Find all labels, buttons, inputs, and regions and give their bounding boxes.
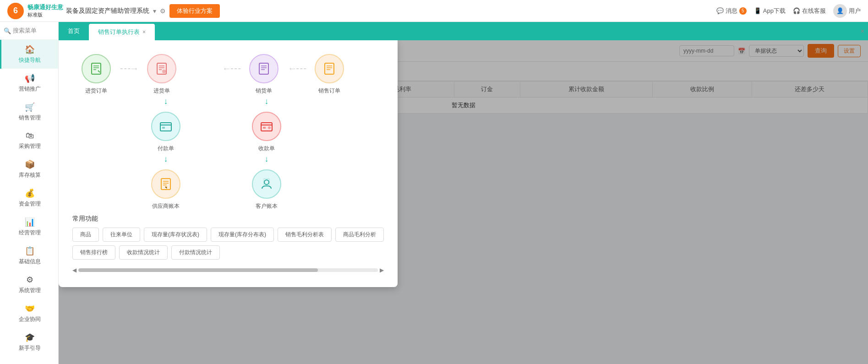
purchase-icon: 🛍 bbox=[26, 131, 34, 141]
sidebar-item-operations[interactable]: 📊 经营管理 bbox=[0, 212, 58, 241]
logo-icon: 6 bbox=[7, 3, 24, 19]
tab-close-icon[interactable]: × bbox=[142, 29, 146, 35]
finance-icon: 💰 bbox=[25, 188, 35, 198]
system-name: 装备及固定资产辅助管理系统 bbox=[66, 7, 149, 15]
sales-bill-node[interactable]: 销货单 bbox=[249, 54, 278, 95]
customer-ledger-label: 客户账本 bbox=[256, 202, 278, 210]
sidebar-search[interactable]: 🔍 搜索菜单 bbox=[0, 22, 58, 40]
svg-rect-24 bbox=[161, 179, 170, 190]
sidebar-item-quick-nav[interactable]: 🏠 快捷导航 bbox=[0, 40, 58, 69]
scrollbar-thumb bbox=[78, 268, 318, 272]
user-item[interactable]: 👤 用户 bbox=[833, 4, 861, 18]
flow-row-1: 进货订单 - - -→ bbox=[72, 54, 384, 95]
cf-btn-receipt-stats[interactable]: 收款情况统计 bbox=[119, 245, 168, 260]
down-arrow-customer: ↓ bbox=[265, 154, 269, 164]
payment-node[interactable]: ↓ 付款单 bbox=[151, 97, 180, 152]
cf-buttons-row2: 销售排行榜 收款情况统计 付款情况统计 bbox=[72, 245, 384, 260]
scroll-right-icon[interactable]: ▶ bbox=[380, 267, 384, 273]
cf-btn-goods[interactable]: 商品 bbox=[72, 228, 99, 242]
quick-nav-icon: 🏠 bbox=[25, 44, 35, 54]
purchase-bill-label: 进货单 bbox=[153, 87, 170, 95]
arrow-left-1: ←- - - bbox=[222, 63, 240, 74]
basic-icon: 📋 bbox=[25, 246, 35, 256]
system-icon: ⚙ bbox=[26, 275, 33, 285]
payment-label: 付款单 bbox=[158, 145, 174, 152]
supplier-ledger-node[interactable]: ↓ 供应商账本 bbox=[151, 154, 180, 210]
purchase-order-node[interactable]: 进货订单 bbox=[82, 54, 111, 95]
sidebar-item-inventory[interactable]: 📦 库存核算 bbox=[0, 155, 58, 184]
newbie-icon: 🎓 bbox=[25, 332, 35, 342]
sidebar-item-finance[interactable]: 💰 资金管理 bbox=[0, 184, 58, 212]
svg-rect-22 bbox=[263, 127, 266, 129]
sidebar-item-basic[interactable]: 📋 基础信息 bbox=[0, 241, 58, 270]
receipt-node[interactable]: ↓ 收款单 bbox=[252, 97, 281, 152]
purchase-bill-node[interactable]: 进货单 bbox=[147, 54, 176, 95]
sales-order-node[interactable]: 销售订单 bbox=[315, 54, 344, 95]
search-icon: 🔍 bbox=[4, 27, 11, 34]
down-arrow-supplier: ↓ bbox=[164, 154, 168, 164]
sidebar-item-sales[interactable]: 🛒 销售管理 bbox=[0, 98, 58, 126]
experience-btn[interactable]: 体验行业方案 bbox=[169, 4, 220, 18]
sidebar-item-purchase[interactable]: 🛍 采购管理 bbox=[0, 126, 58, 155]
receipt-label: 收款单 bbox=[258, 145, 275, 152]
sidebar-item-system[interactable]: ⚙ 系统管理 bbox=[0, 270, 58, 299]
cf-btn-partners[interactable]: 往来单位 bbox=[103, 228, 140, 242]
cf-btn-goods-profit-analysis[interactable]: 商品毛利分析 bbox=[335, 228, 384, 242]
sales-bill-circle[interactable] bbox=[249, 54, 278, 83]
svg-rect-19 bbox=[162, 127, 165, 129]
customer-service-item[interactable]: 🎧 在线客服 bbox=[793, 7, 826, 15]
tab-sales-order-exec[interactable]: 销售订单执行表 × bbox=[89, 24, 155, 40]
top-nav: 装备及固定资产辅助管理系统 ▾ ⚙ 体验行业方案 bbox=[66, 4, 716, 18]
message-badge: 5 bbox=[739, 7, 747, 15]
enterprise-icon: 🤝 bbox=[25, 304, 35, 314]
svg-rect-20 bbox=[261, 123, 272, 131]
sidebar-item-marketing[interactable]: 📢 营销推广 bbox=[0, 69, 58, 98]
marketing-icon: 📢 bbox=[25, 73, 35, 83]
receipt-circle[interactable] bbox=[252, 112, 281, 141]
cf-title: 常用功能 bbox=[72, 215, 384, 223]
content-area: 首页 销售订单执行表 × × ❓ 帮助 🖨 按 bbox=[59, 22, 868, 364]
sidebar: 🔍 搜索菜单 🏠 快捷导航 📢 营销推广 🛒 销售管理 🛍 采购管理 bbox=[0, 22, 59, 364]
payment-circle[interactable] bbox=[151, 112, 180, 141]
customer-ledger-circle[interactable] bbox=[252, 169, 281, 199]
headset-icon: 🎧 bbox=[793, 7, 800, 14]
cf-btn-current-stock-dist[interactable]: 现存量(库存分布表) bbox=[211, 228, 274, 242]
sidebar-item-enterprise[interactable]: 🤝 企业协同 bbox=[0, 299, 58, 328]
tab-bar: 首页 销售订单执行表 × × bbox=[59, 22, 868, 40]
overlay[interactable]: 进货订单 - - -→ bbox=[59, 40, 868, 364]
supplier-ledger-circle[interactable] bbox=[151, 169, 180, 199]
scrollbar-track[interactable] bbox=[78, 268, 378, 272]
quick-nav-modal: 进货订单 - - -→ bbox=[59, 40, 398, 287]
arrow-left-2: ←- - - bbox=[288, 63, 306, 74]
dropdown-icon[interactable]: ▾ bbox=[153, 7, 156, 15]
flow-diagram: 进货订单 - - -→ bbox=[72, 54, 384, 210]
cf-btn-sales-profit-analysis[interactable]: 销售毛利分析表 bbox=[278, 228, 332, 242]
cf-buttons-row1: 商品 往来单位 现存量(库存状况表) 现存量(库存分布表) 销售毛利分析表 商品… bbox=[72, 228, 384, 242]
search-inner[interactable]: 🔍 搜索菜单 bbox=[4, 27, 55, 35]
sales-order-circle[interactable] bbox=[315, 54, 344, 83]
purchase-order-label: 进货订单 bbox=[85, 87, 107, 95]
app-download-item[interactable]: 📱 App下载 bbox=[754, 7, 786, 15]
flow-row-3: ↓ 供应商账本 ↓ bbox=[72, 154, 384, 210]
purchase-bill-circle[interactable] bbox=[147, 54, 176, 83]
svg-rect-17 bbox=[160, 123, 171, 131]
tab-home[interactable]: 首页 bbox=[59, 22, 89, 40]
message-item[interactable]: 💬 消息 5 bbox=[716, 7, 747, 15]
message-icon: 💬 bbox=[716, 7, 724, 14]
svg-point-28 bbox=[264, 180, 269, 185]
sidebar-item-newbie[interactable]: 🎓 新手引导 bbox=[0, 328, 58, 357]
settings-icon[interactable]: ⚙ bbox=[160, 7, 166, 15]
svg-point-23 bbox=[268, 126, 271, 129]
modal-scrollbar: ◀ ▶ bbox=[72, 267, 384, 273]
tab-bar-close-btn[interactable]: × bbox=[861, 27, 864, 35]
cf-btn-payment-stats[interactable]: 付款情况统计 bbox=[171, 245, 220, 260]
logo-area: 6 畅康通好生意 标准版 bbox=[7, 3, 66, 19]
purchase-order-circle[interactable] bbox=[82, 54, 111, 83]
cf-btn-current-stock-status[interactable]: 现存量(库存状况表) bbox=[144, 228, 207, 242]
customer-ledger-node[interactable]: ↓ 客户账本 bbox=[252, 154, 281, 210]
cf-btn-sales-ranking[interactable]: 销售排行榜 bbox=[72, 245, 115, 260]
logo-text: 畅康通好生意 标准版 bbox=[27, 4, 63, 18]
scroll-left-icon[interactable]: ◀ bbox=[72, 267, 76, 273]
arrow-right-1: - - -→ bbox=[120, 63, 138, 74]
inventory-icon: 📦 bbox=[25, 159, 35, 169]
